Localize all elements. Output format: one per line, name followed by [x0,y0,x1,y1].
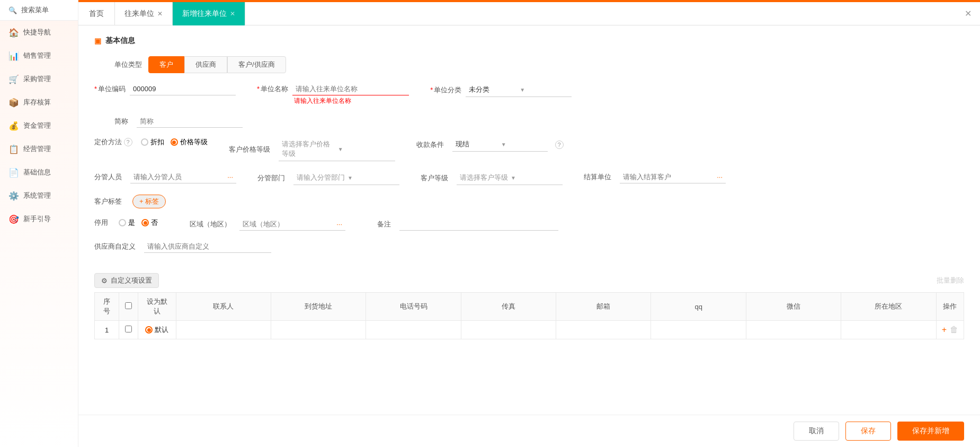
td-wechat-input[interactable] [752,326,835,334]
td-qq-input[interactable] [656,326,740,334]
unit-btn-customer[interactable]: 客户 [148,56,184,73]
th-seq: 序号 [95,293,119,321]
td-contact-input[interactable] [182,326,265,334]
unit-name-input[interactable] [292,83,409,95]
td-email-input[interactable] [562,326,645,334]
tab-home[interactable]: 首页 [78,2,115,25]
td-fax[interactable] [461,321,556,339]
customize-label: 自定义项设置 [111,276,152,285]
table-row: 1 默认 [95,321,964,339]
department-label: 分管部门 [257,173,285,183]
remark-input[interactable] [399,218,558,231]
region-dots[interactable]: ··· [336,220,342,228]
pricing-help-icon[interactable]: ? [124,138,132,146]
payment-arrow: ▼ [501,142,545,147]
unit-btn-supplier[interactable]: 供应商 [184,56,227,73]
field-pricing: 定价方法 ? 折扣 价格等级 [94,137,208,147]
sidebar-item-guide[interactable]: 🎯新手引导 [0,207,78,231]
sidebar-item-sales[interactable]: 📊销售管理 [0,44,78,67]
pricing-radio-discount[interactable]: 折扣 [141,137,164,147]
short-name-input[interactable] [137,115,243,128]
batch-delete-btn[interactable]: 批量删除 [937,276,964,285]
disable-radio-yes[interactable]: 是 [119,218,135,227]
pricing-grade-circle [171,138,178,146]
supplier-custom-input[interactable] [144,240,271,253]
region-input[interactable] [243,220,336,228]
unit-category-select[interactable]: 未分类 ▼ [466,83,572,97]
tag-add-btn[interactable]: + 标签 [132,195,166,208]
field-unit-name: *单位名称 请输入往来单位名称 [257,83,409,106]
td-fax-input[interactable] [467,326,550,334]
row-del-btn[interactable]: 🗑 [950,325,958,335]
tab-new-contact[interactable]: 新增往来单位 ✕ [173,2,245,25]
sidebar-item-quick-nav[interactable]: 🏠快捷导航 [0,21,78,44]
settlement-input[interactable] [623,173,717,181]
short-name-label: 简称 [94,117,128,126]
department-select[interactable]: 请输入分管部门 ▼ [293,171,399,185]
manager-input[interactable] [133,173,227,181]
payment-value: 现结 [456,139,499,149]
row-default-radio[interactable]: 默认 [144,325,171,335]
td-phone[interactable] [366,321,461,339]
customer-level-placeholder: 请选择客户等级 [460,173,509,182]
save-new-button[interactable]: 保存并新增 [897,422,964,441]
tag-label: 客户标签 [94,197,122,206]
td-qq[interactable] [651,321,746,339]
td-contact[interactable] [176,321,271,339]
sidebar-item-purchase[interactable]: 🛒采购管理 [0,67,78,91]
tab-contacts[interactable]: 往来单位 ✕ [115,2,173,25]
td-region-input[interactable] [847,326,930,334]
td-region[interactable] [841,321,936,339]
settlement-label: 结算单位 [584,172,611,182]
form-row-4: 分管人员 ··· 分管部门 请输入分管部门 ▼ 客户等级 [94,171,964,185]
row-add-btn[interactable]: + [942,325,947,335]
form-section: ▣ 基本信息 单位类型 客户 供应商 客户/供应商 *单位编码 [78,25,980,273]
td-email[interactable] [556,321,651,339]
td-address[interactable] [271,321,366,339]
unit-code-input[interactable] [130,83,236,95]
save-button[interactable]: 保存 [845,422,891,441]
settlement-input-wrap: ··· [620,171,726,183]
field-customer-price: 客户价格等级 请选择客户价格等级 ▼ [229,137,395,161]
pricing-radio-grade[interactable]: 价格等级 [171,137,208,147]
inventory-icon: 📦 [8,97,19,108]
th-wechat: 微信 [746,293,841,321]
payment-help-icon[interactable]: ? [555,141,564,149]
tab-new-contact-close[interactable]: ✕ [230,10,235,17]
td-phone-input[interactable] [371,326,455,334]
sidebar-item-operation[interactable]: 📋经营管理 [0,137,78,161]
payment-select[interactable]: 现结 ▼ [452,137,548,152]
tab-contacts-close[interactable]: ✕ [157,10,163,17]
customer-level-label: 客户等级 [421,173,448,183]
unit-btn-both[interactable]: 客户/供应商 [227,56,286,73]
field-supplier-custom: 供应商自定义 [94,240,271,253]
customize-btn[interactable]: ⚙ 自定义项设置 [94,273,159,288]
field-unit-code: *单位编码 [94,83,236,95]
td-address-input[interactable] [277,326,360,334]
manager-dots[interactable]: ··· [227,173,233,181]
customer-level-select[interactable]: 请选择客户等级 ▼ [457,171,563,185]
cancel-button[interactable]: 取消 [794,422,839,441]
select-all-checkbox[interactable] [125,302,132,309]
form-actions: 取消 保存 保存并新增 [78,415,980,447]
sidebar-item-system[interactable]: ⚙️系统管理 [0,184,78,207]
customer-price-select[interactable]: 请选择客户价格等级 ▼ [279,137,395,161]
field-manager: 分管人员 ··· [94,171,236,183]
manager-label: 分管人员 [94,172,122,182]
supplier-custom-label: 供应商自定义 [94,242,136,251]
td-wechat[interactable] [746,321,841,339]
th-default: 设为默认 [138,293,176,321]
sidebar-search[interactable]: 🔍 搜索菜单 [0,0,78,21]
close-all-tabs[interactable]: ✕ [956,8,980,19]
unit-type-row: 单位类型 客户 供应商 客户/供应商 [94,56,964,73]
unit-name-label: *单位名称 [257,84,288,94]
disable-radio-no[interactable]: 否 [141,218,158,227]
sidebar-item-inventory[interactable]: 📦库存核算 [0,91,78,114]
sidebar-item-finance[interactable]: 💰资金管理 [0,114,78,137]
sidebar-label-operation: 经营管理 [23,144,51,154]
settlement-dots[interactable]: ··· [717,173,723,181]
row-checkbox[interactable] [125,326,132,332]
sidebar-item-basic[interactable]: 📄基础信息 [0,161,78,184]
td-ops: + 🗑 [936,321,964,339]
section-title-icon: ▣ [94,37,101,45]
